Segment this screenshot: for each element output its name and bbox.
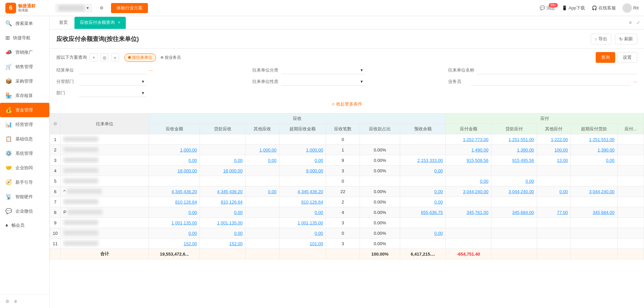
sidebar-item-operations[interactable]: 📊 经营管理 bbox=[0, 117, 49, 132]
filter-collapse-toggle[interactable]: ∧ 收起更多条件 bbox=[56, 98, 637, 110]
sidebar-item-system[interactable]: ⚙️ 系统管理 bbox=[0, 146, 49, 161]
table-cell[interactable]: 0.00 bbox=[400, 197, 446, 207]
table-cell[interactable]: 3,044,240.00 bbox=[446, 186, 491, 197]
table-cell[interactable]: 655,636.75 bbox=[400, 207, 446, 218]
table-cell[interactable]: 0.00 bbox=[246, 155, 279, 166]
table-cell[interactable] bbox=[537, 218, 571, 228]
table-cell[interactable]: 18,000.00 bbox=[200, 166, 246, 176]
table-cell[interactable] bbox=[246, 238, 279, 249]
dept-manager-select[interactable] bbox=[79, 78, 146, 86]
table-cell[interactable] bbox=[537, 176, 571, 186]
settings-btn[interactable]: 设置 bbox=[617, 52, 637, 63]
table-cell[interactable] bbox=[446, 166, 491, 176]
table-cell[interactable]: 1,251,551.00 bbox=[491, 134, 537, 145]
table-cell[interactable]: 0.00 bbox=[200, 228, 246, 238]
table-cell[interactable] bbox=[446, 218, 491, 228]
sidebar-item-weixin[interactable]: 💬 企业微信 bbox=[0, 204, 49, 218]
table-cell[interactable]: 0.00 bbox=[491, 176, 537, 186]
table-cell[interactable] bbox=[400, 145, 446, 155]
table-cell[interactable] bbox=[571, 176, 618, 186]
table-cell[interactable] bbox=[400, 176, 446, 186]
table-cell[interactable]: 1,000.00 bbox=[279, 145, 326, 155]
sidebar-item-sales[interactable]: 🛒 销售管理 bbox=[0, 59, 49, 74]
table-cell[interactable]: 4,345,436.20 bbox=[200, 186, 246, 197]
export-btn[interactable]: ↑ 导出 bbox=[591, 34, 612, 44]
table-cell[interactable]: 152.00 bbox=[200, 238, 246, 249]
filter-collapse-btn[interactable]: « bbox=[111, 53, 119, 61]
salesman-ellipsis[interactable]: ··· bbox=[633, 79, 637, 84]
table-cell[interactable]: 0.00 bbox=[200, 207, 246, 218]
table-cell[interactable]: 77.00 bbox=[537, 207, 571, 218]
table-cell[interactable]: 1,390.00 bbox=[571, 145, 618, 155]
company-selector[interactable]: 某某公司某某 ▾ bbox=[55, 4, 92, 12]
table-cell[interactable]: 0.00 bbox=[571, 155, 618, 166]
table-cell[interactable]: 345,761.00 bbox=[446, 207, 491, 218]
table-cell[interactable] bbox=[279, 134, 326, 145]
table-cell[interactable] bbox=[537, 166, 571, 176]
table-cell[interactable]: 0.00 bbox=[149, 155, 200, 166]
table-cell[interactable] bbox=[400, 238, 446, 249]
table-cell[interactable]: 0.00 bbox=[279, 207, 326, 218]
settings-bottom-icon[interactable]: ⚙ bbox=[5, 299, 9, 304]
table-cell[interactable]: 345,684.00 bbox=[571, 207, 618, 218]
sub-nav-item-by-salesman[interactable]: 按业务员 bbox=[157, 54, 184, 61]
sidebar-item-inventory[interactable]: 🏪 库存核算 bbox=[0, 88, 49, 103]
table-cell[interactable]: 1,490.00 bbox=[446, 145, 491, 155]
partner-nature-select[interactable] bbox=[281, 78, 365, 86]
close-window-icon[interactable]: ✕ bbox=[629, 20, 632, 25]
table-cell[interactable] bbox=[537, 238, 571, 249]
tab-ar-ap-query[interactable]: 应收应付余额查询 × bbox=[74, 17, 126, 29]
add-filter-btn[interactable]: ＋ bbox=[90, 53, 98, 61]
table-cell[interactable] bbox=[400, 218, 446, 228]
table-cell[interactable] bbox=[246, 134, 279, 145]
table-cell[interactable] bbox=[571, 166, 618, 176]
salesman-input[interactable] bbox=[471, 78, 631, 86]
table-cell[interactable] bbox=[200, 134, 246, 145]
table-cell[interactable]: 1,001,135.00 bbox=[279, 218, 326, 228]
table-cell[interactable] bbox=[571, 238, 618, 249]
filter-settings-btn[interactable]: ◎ bbox=[100, 53, 108, 61]
table-settings-icon[interactable]: ⚙ bbox=[53, 121, 57, 126]
maximize-window-icon[interactable]: ⤢ bbox=[636, 20, 640, 25]
table-cell[interactable] bbox=[246, 166, 279, 176]
partner-name-input[interactable] bbox=[477, 66, 637, 74]
table-cell[interactable] bbox=[200, 145, 246, 155]
table-cell[interactable] bbox=[246, 176, 279, 186]
sidebar-item-search-menu[interactable]: 🔍 搜索菜单 bbox=[0, 16, 49, 31]
sub-nav-item-by-partner[interactable]: 按往来单位 bbox=[124, 53, 156, 62]
table-cell[interactable]: 152.00 bbox=[149, 238, 200, 249]
table-cell[interactable]: 13.00 bbox=[537, 155, 571, 166]
table-cell[interactable]: 0.00 bbox=[149, 228, 200, 238]
industry-btn[interactable]: 体验行业方案 bbox=[111, 3, 148, 13]
tab-close-btn[interactable]: × bbox=[118, 20, 120, 25]
table-cell[interactable]: 1,000.00 bbox=[149, 145, 200, 155]
table-cell[interactable]: 9,000.00 bbox=[279, 166, 326, 176]
table-cell[interactable]: 915,508.56 bbox=[446, 155, 491, 166]
table-cell[interactable] bbox=[446, 197, 491, 207]
online-support-btn[interactable]: 🎧 在线客服 bbox=[592, 5, 616, 11]
user-avatar[interactable]: Rit bbox=[623, 3, 639, 13]
table-cell[interactable]: 3,044,240.00 bbox=[491, 186, 537, 197]
table-cell[interactable] bbox=[200, 176, 246, 186]
sidebar-item-member[interactable]: ♦ 畅会员 bbox=[0, 218, 49, 232]
table-cell[interactable]: 810,126.64 bbox=[279, 197, 326, 207]
table-cell[interactable] bbox=[246, 197, 279, 207]
table-cell[interactable]: 810,126.64 bbox=[149, 197, 200, 207]
table-cell[interactable] bbox=[537, 228, 571, 238]
table-cell[interactable] bbox=[537, 197, 571, 207]
table-cell[interactable] bbox=[491, 218, 537, 228]
table-cell[interactable]: 4,345,436.20 bbox=[149, 186, 200, 197]
dept-select[interactable] bbox=[79, 89, 146, 97]
settings-icon[interactable]: ⚙ bbox=[96, 3, 107, 13]
table-cell[interactable]: 0.00 bbox=[537, 186, 571, 197]
table-cell[interactable] bbox=[246, 207, 279, 218]
app-download-btn[interactable]: 📱 App下载 bbox=[562, 5, 585, 11]
table-cell[interactable] bbox=[149, 134, 200, 145]
table-cell[interactable]: 4,345,436.20 bbox=[279, 186, 326, 197]
sidebar-item-quick-nav[interactable]: ⊞ 快捷导航 bbox=[0, 31, 49, 45]
table-cell[interactable] bbox=[571, 228, 618, 238]
sidebar-item-basic-info[interactable]: 📋 基础信息 bbox=[0, 132, 49, 146]
sidebar-item-guide[interactable]: 🧭 新手引导 bbox=[0, 175, 49, 189]
table-cell[interactable] bbox=[446, 228, 491, 238]
table-cell[interactable]: 1,251,551.00 bbox=[571, 134, 618, 145]
